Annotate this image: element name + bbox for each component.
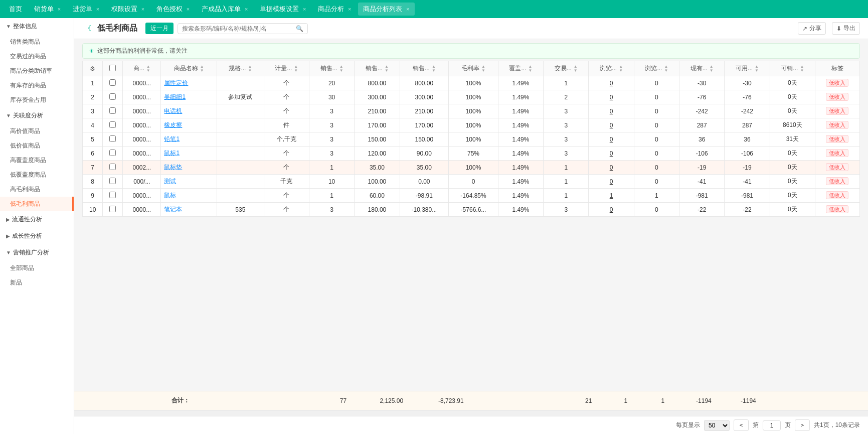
row-view1[interactable]: 0 — [589, 76, 634, 90]
row-name[interactable]: 电话机 — [161, 104, 217, 118]
col-settings[interactable]: ⚙ — [83, 61, 103, 76]
sidebar-item-high-value[interactable]: 高价值商品 — [0, 124, 74, 138]
share-button[interactable]: ↗ 分享 — [798, 22, 826, 35]
row-view1[interactable]: 0 — [589, 161, 634, 175]
col-sales-qty[interactable]: 销售...▲▼ — [309, 61, 354, 76]
col-view2[interactable]: 浏览...▲▼ — [634, 61, 679, 76]
row-checkbox[interactable] — [103, 132, 123, 147]
row-spec: 535 — [217, 203, 264, 217]
row-checkbox[interactable] — [103, 147, 123, 161]
col-spec[interactable]: 规格...▲▼ — [217, 61, 264, 76]
col-sales-price[interactable]: 销售...▲▼ — [355, 61, 400, 76]
nav-product-entry[interactable]: 产成品入库单 × — [197, 3, 253, 16]
row-view1[interactable]: 0 — [589, 118, 634, 132]
col-coverage[interactable]: 覆盖...▲▼ — [498, 61, 543, 76]
col-margin[interactable]: 毛利率▲▼ — [449, 61, 498, 76]
nav-purchase[interactable]: 进货单 × — [68, 3, 104, 16]
prev-page-button[interactable]: ＜ — [734, 419, 749, 431]
row-name[interactable]: 鼠标垫 — [161, 161, 217, 175]
sidebar-item-traded-goods[interactable]: 交易过的商品 — [0, 49, 74, 64]
sidebar-item-category-rate[interactable]: 商品分类助销率 — [0, 64, 74, 78]
col-trade-count[interactable]: 交易...▲▼ — [544, 61, 589, 76]
row-checkbox[interactable] — [103, 90, 123, 104]
row-name[interactable]: 属性定价 — [161, 76, 217, 90]
sidebar-item-sales-goods[interactable]: 销售类商品 — [0, 35, 74, 49]
close-icon[interactable]: × — [406, 6, 409, 12]
nav-product-analysis[interactable]: 商品分析 × — [313, 3, 356, 16]
col-view1[interactable]: 浏览...▲▼ — [589, 61, 634, 76]
row-tag: 低收入 — [815, 76, 859, 90]
page-input[interactable] — [763, 420, 781, 430]
row-name[interactable]: 笔记本 — [161, 203, 217, 217]
nav-home[interactable]: 首页 — [4, 3, 27, 16]
row-name[interactable]: 吴细细1 — [161, 90, 217, 104]
sidebar-group-marketing[interactable]: ▼ 营销推广分析 — [0, 244, 74, 261]
sidebar-item-in-stock[interactable]: 有库存的商品 — [0, 78, 74, 93]
row-name[interactable]: 铅笔1 — [161, 132, 217, 147]
chevron-right-icon: ▶ — [6, 217, 10, 222]
close-icon[interactable]: × — [245, 6, 248, 12]
sidebar-item-all-goods[interactable]: 全部商品 — [0, 261, 74, 275]
col-sellable[interactable]: 可销...▲▼ — [770, 61, 815, 76]
horizontal-scrollbar[interactable] — [74, 410, 868, 416]
nav-sales[interactable]: 销货单 × — [29, 3, 66, 16]
per-page-select[interactable]: 50 100 200 — [704, 420, 730, 431]
row-view1[interactable]: 0 — [589, 132, 634, 147]
row-name[interactable]: 鼠标1 — [161, 147, 217, 161]
sidebar-group-circulation[interactable]: ▶ 流通性分析 — [0, 211, 74, 228]
close-icon[interactable]: × — [348, 6, 351, 12]
col-current[interactable]: 现有...▲▼ — [679, 61, 725, 76]
sidebar-item-low-value[interactable]: 低价值商品 — [0, 138, 74, 153]
row-view1[interactable]: 0 — [589, 90, 634, 104]
row-checkbox[interactable] — [103, 175, 123, 189]
sidebar-item-low-margin[interactable]: 低毛利商品 — [0, 197, 74, 211]
col-name[interactable]: 商品名称▲▼ — [161, 61, 217, 76]
col-code[interactable]: 商...▲▼ — [123, 61, 161, 76]
nav-permissions[interactable]: 权限设置 × — [106, 3, 149, 16]
row-view1[interactable]: 0 — [589, 203, 634, 217]
filter-period-button[interactable]: 近一月 — [145, 23, 173, 34]
row-margin: -164.85% — [449, 189, 498, 203]
col-checkbox[interactable] — [103, 61, 123, 76]
col-unit[interactable]: 计量...▲▼ — [264, 61, 309, 76]
sidebar-group-growth[interactable]: ▶ 成长性分析 — [0, 228, 74, 244]
row-checkbox[interactable] — [103, 161, 123, 175]
col-sales-profit[interactable]: 销售...▲▼ — [400, 61, 449, 76]
close-icon[interactable]: × — [141, 6, 144, 12]
row-unit: 个,千克 — [264, 132, 309, 147]
row-view1[interactable]: 0 — [589, 104, 634, 118]
export-button[interactable]: ⬇ 导出 — [832, 22, 860, 35]
row-view1[interactable]: 0 — [589, 147, 634, 161]
row-checkbox[interactable] — [103, 104, 123, 118]
row-checkbox[interactable] — [103, 189, 123, 203]
next-page-button[interactable]: ＞ — [795, 419, 810, 431]
row-view1[interactable]: 0 — [589, 175, 634, 189]
col-available[interactable]: 可用...▲▼ — [725, 61, 770, 76]
row-checkbox[interactable] — [103, 118, 123, 132]
sidebar-item-stock-capital[interactable]: 库存资金占用 — [0, 93, 74, 107]
close-icon[interactable]: × — [58, 6, 61, 12]
collapse-sidebar-button[interactable]: 《 — [82, 24, 93, 33]
close-icon[interactable]: × — [303, 6, 306, 12]
sidebar-item-high-coverage[interactable]: 高覆盖度商品 — [0, 153, 74, 168]
close-icon[interactable]: × — [187, 6, 190, 12]
search-input[interactable] — [182, 25, 294, 32]
sidebar-group-relevance[interactable]: ▼ 关联度分析 — [0, 107, 74, 124]
sidebar-item-low-coverage[interactable]: 低覆盖度商品 — [0, 168, 74, 182]
row-name[interactable]: 橡皮擦 — [161, 118, 217, 132]
close-icon[interactable]: × — [96, 6, 99, 12]
row-checkbox[interactable] — [103, 76, 123, 90]
sidebar-group-overall[interactable]: ▼ 整体信息 — [0, 18, 74, 35]
row-checkbox[interactable] — [103, 203, 123, 217]
row-view1[interactable]: 1 — [589, 189, 634, 203]
table-container[interactable]: ⚙ 商...▲▼ 商品名称▲▼ 规格...▲▼ 计量...▲▼ 销售...▲▼ … — [74, 61, 868, 391]
nav-role-auth[interactable]: 角色授权 × — [151, 3, 195, 16]
total-sales-qty: 77 — [324, 394, 362, 407]
sidebar-item-new-goods[interactable]: 新品 — [0, 275, 74, 290]
select-all-checkbox[interactable] — [109, 65, 116, 71]
sidebar-item-high-margin[interactable]: 高毛利商品 — [0, 182, 74, 197]
row-name[interactable]: 鼠标 — [161, 189, 217, 203]
nav-product-analysis-list[interactable]: 商品分析列表 × — [358, 3, 414, 16]
row-name[interactable]: 测试 — [161, 175, 217, 189]
nav-template-settings[interactable]: 单据模板设置 × — [255, 3, 311, 16]
